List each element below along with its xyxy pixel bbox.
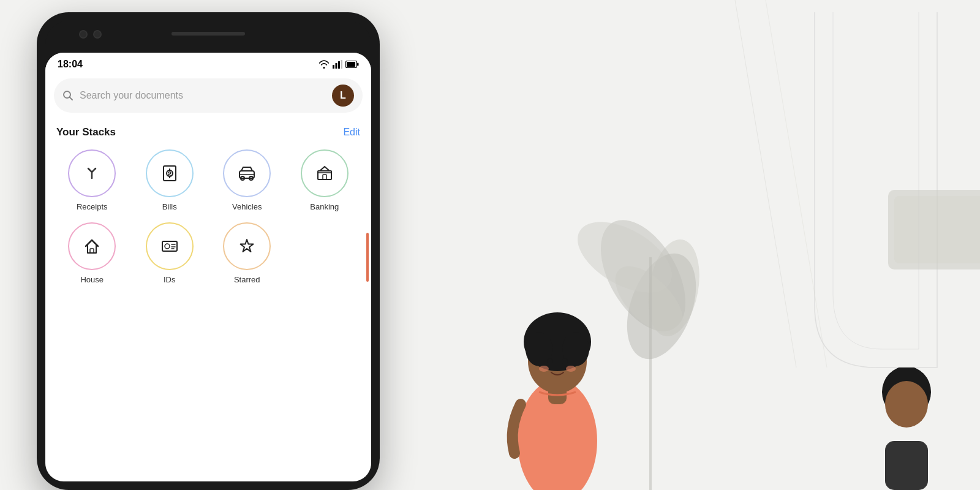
stacks-header: Your Stacks Edit (56, 126, 360, 138)
banking-label: Banking (310, 202, 339, 211)
status-icons (318, 60, 359, 69)
svg-point-39 (524, 312, 591, 371)
svg-rect-27 (894, 196, 980, 263)
house-label: House (80, 275, 104, 284)
svg-rect-1 (336, 63, 337, 69)
stack-item-vehicles[interactable]: Vehicles (211, 149, 283, 211)
receipts-label: Receipts (77, 202, 108, 211)
receipts-icon-circle (68, 149, 116, 197)
phone-frame: 18:04 (37, 12, 380, 490)
svg-point-38 (528, 330, 587, 393)
svg-point-47 (885, 381, 928, 428)
vehicles-label: Vehicles (232, 202, 262, 211)
ids-icon-circle (146, 222, 194, 270)
illustration-area (368, 0, 980, 490)
stack-item-banking[interactable]: Banking (289, 149, 361, 211)
svg-point-22 (165, 244, 170, 249)
svg-rect-3 (341, 60, 343, 69)
wifi-icon (318, 60, 330, 69)
svg-point-45 (566, 366, 576, 372)
svg-rect-0 (333, 65, 334, 69)
svg-point-46 (882, 368, 931, 418)
svg-point-36 (518, 380, 597, 490)
svg-rect-48 (885, 441, 928, 490)
ids-label: IDs (164, 275, 176, 284)
stack-item-ids[interactable]: IDs (134, 222, 206, 284)
starred-icon-circle (223, 222, 271, 270)
search-placeholder: Search your documents (80, 90, 326, 101)
svg-point-31 (614, 244, 709, 368)
svg-rect-5 (357, 63, 359, 66)
user-avatar[interactable]: L (332, 85, 354, 107)
svg-line-29 (766, 0, 827, 368)
bills-icon-circle (146, 149, 194, 197)
svg-line-8 (70, 97, 73, 100)
phone-mockup: 18:04 (37, 12, 380, 490)
stacks-grid: Receipts Bill (56, 149, 360, 284)
search-icon (62, 90, 74, 101)
edit-button[interactable]: Edit (343, 127, 360, 138)
svg-point-33 (641, 235, 707, 340)
stack-item-receipts[interactable]: Receipts (56, 149, 128, 211)
second-person-decoration (870, 368, 943, 490)
svg-line-28 (735, 0, 796, 368)
svg-rect-37 (548, 380, 567, 404)
phone-notch (45, 21, 371, 53)
stacks-title: Your Stacks (56, 126, 116, 138)
camera-right (93, 30, 102, 39)
svg-point-44 (539, 366, 549, 372)
svg-point-41 (562, 332, 589, 366)
svg-rect-19 (323, 175, 326, 179)
signal-icon (333, 60, 342, 69)
house-icon-circle (68, 222, 116, 270)
svg-point-30 (583, 206, 703, 345)
bills-label: Bills (162, 202, 177, 211)
svg-point-34 (604, 255, 695, 345)
stacks-section: Your Stacks Edit Receipts (45, 118, 371, 284)
vehicles-icon-circle (223, 149, 271, 197)
camera-left (79, 30, 88, 39)
svg-rect-26 (888, 190, 980, 270)
status-time: 18:04 (58, 59, 83, 70)
svg-point-10 (167, 170, 173, 176)
svg-rect-20 (90, 249, 94, 253)
phone-screen: 18:04 (45, 53, 371, 481)
phone-speaker (172, 32, 245, 36)
background-decoration (368, 0, 980, 490)
svg-rect-6 (347, 62, 355, 67)
svg-point-32 (566, 208, 684, 307)
stack-item-starred[interactable]: Starred (211, 222, 283, 284)
stack-item-house[interactable]: House (56, 222, 128, 284)
scroll-indicator (366, 233, 369, 282)
banking-icon-circle (301, 149, 349, 197)
starred-label: Starred (234, 275, 260, 284)
svg-rect-9 (164, 166, 176, 181)
battery-icon (345, 61, 359, 68)
svg-point-42 (547, 358, 553, 364)
svg-rect-2 (338, 61, 340, 69)
status-bar: 18:04 (45, 53, 371, 74)
svg-rect-17 (318, 171, 331, 179)
svg-point-43 (562, 358, 568, 364)
stack-item-bills[interactable]: Bills (134, 149, 206, 211)
search-bar[interactable]: Search your documents L (54, 78, 363, 113)
svg-point-40 (526, 332, 552, 366)
